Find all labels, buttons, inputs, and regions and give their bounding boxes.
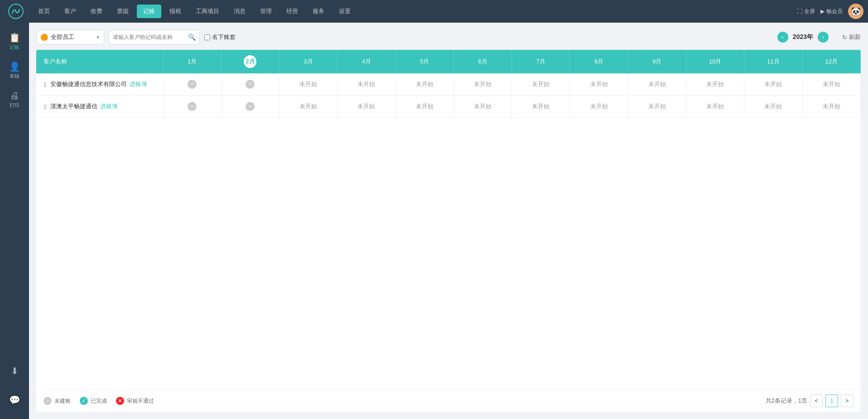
next-page-button[interactable]: > [841, 395, 854, 407]
employee-select-label: 全部员工 [51, 33, 93, 41]
nav-tax[interactable]: 报税 [163, 5, 188, 18]
cell-month-0-3: 未开始 [338, 73, 395, 96]
download-icon: ⬇ [11, 366, 19, 376]
cell-month-1-4: 未开始 [395, 96, 453, 118]
cell-month-0-1[interactable]: − [221, 73, 279, 96]
vip-icon: ▶ [820, 8, 825, 14]
pagination: 共2条记录，1页 < 1 > [766, 395, 854, 407]
cell-month-0-7: 未开始 [570, 73, 628, 96]
refresh-label: 刷新 [849, 33, 861, 41]
avatar[interactable]: 🐼 [848, 4, 863, 19]
cell-month-1-6: 未开始 [512, 96, 570, 118]
cell-month-1-11: 未开始 [802, 96, 860, 118]
th-month-7[interactable]: 7月 [512, 50, 570, 73]
employee-select[interactable]: 🟠 全部员工 ▼ [36, 30, 104, 44]
nav-message[interactable]: 消息 [227, 5, 252, 18]
legend-gray-dot: − [43, 397, 52, 405]
th-month-11[interactable]: 11月 [744, 50, 802, 73]
client-link-1[interactable]: 进账簿 [100, 102, 118, 111]
cell-month-0-0[interactable]: − [163, 73, 221, 96]
sidebar-item-download[interactable]: ⬇ [0, 356, 29, 385]
table-body: 1 安徽畅捷通信息技术有限公司 进账簿 −−未开始未开始未开始未开始未开始未开始… [36, 73, 861, 118]
month-1-label: 1月 [188, 58, 197, 65]
nav-fee[interactable]: 收费 [84, 5, 109, 18]
nav-service[interactable]: 服务 [306, 5, 331, 18]
th-month-10[interactable]: 10月 [686, 50, 744, 73]
sidebar-bookkeeping-label: 记账 [10, 44, 19, 51]
year-prev-button[interactable]: ‹ [777, 32, 788, 43]
nav-invoice[interactable]: 票据 [111, 5, 135, 18]
th-month-6[interactable]: 6月 [453, 50, 511, 73]
legend-not-built: − 未建账 [43, 397, 71, 405]
fullscreen-icon: ⛶ [797, 8, 802, 14]
client-num-0: 1 [43, 81, 47, 88]
year-nav: ‹ 2023年 › [777, 32, 829, 43]
sidebar-item-chat[interactable]: 💬 [0, 385, 29, 414]
dash-icon: − [188, 102, 197, 111]
legend-teal-dot: ✓ [80, 397, 88, 405]
table-row: 1 安徽畅捷通信息技术有限公司 进账簿 −−未开始未开始未开始未开始未开始未开始… [36, 73, 861, 96]
th-month-1[interactable]: 1月 [163, 50, 221, 73]
cell-month-0-6: 未开始 [512, 73, 570, 96]
nav-settings[interactable]: 设置 [333, 5, 357, 18]
search-input[interactable] [113, 34, 185, 40]
month-2-label: 2月 [244, 55, 256, 68]
refresh-icon: ↻ [842, 34, 847, 41]
print-icon: 🖨 [10, 91, 19, 100]
year-next-button[interactable]: › [818, 32, 829, 43]
year-display: 2023年 [793, 33, 813, 41]
th-month-5[interactable]: 5月 [395, 50, 453, 73]
client-link-0[interactable]: 进账簿 [130, 80, 147, 88]
table-wrap: 客户名称 1月 2月 3月 4月 5月 6月 7月 8月 9月 10月 11月 [36, 50, 861, 412]
minus-icon: − [46, 398, 49, 404]
cell-month-1-9: 未开始 [686, 96, 744, 118]
client-name-text-1: 漠澳太平畅捷通信 [50, 102, 97, 111]
cell-month-0-5: 未开始 [453, 73, 511, 96]
cell-month-1-1[interactable]: − [221, 96, 279, 118]
chat-icon: 💬 [9, 395, 20, 405]
cell-month-1-2: 未开始 [280, 96, 338, 118]
cell-month-1-7: 未开始 [570, 96, 628, 118]
nav-operation[interactable]: 经营 [280, 5, 304, 18]
current-page-button[interactable]: 1 [825, 395, 838, 407]
nav-client[interactable]: 客户 [58, 5, 82, 18]
cell-month-0-4: 未开始 [395, 73, 453, 96]
nav-business[interactable]: 工商项目 [189, 5, 226, 18]
legend-rejected: ✕ 审核不通过 [116, 397, 154, 405]
refresh-button[interactable]: ↻ 刷新 [842, 33, 861, 41]
legend-completed-label: 已完成 [91, 397, 107, 405]
vip-button[interactable]: ▶ 畅会员 [820, 8, 843, 15]
cell-month-0-8: 未开始 [628, 73, 686, 96]
th-month-2[interactable]: 2月 [221, 50, 279, 73]
sidebar-item-audit[interactable]: 👤 审核 [0, 56, 29, 85]
data-table: 客户名称 1月 2月 3月 4月 5月 6月 7月 8月 9月 10月 11月 [36, 50, 861, 118]
cell-month-0-9: 未开始 [686, 73, 744, 96]
search-input-wrap: 🔍 [109, 30, 200, 44]
fullscreen-button[interactable]: ⛶ 全屏 [797, 8, 815, 15]
cell-month-1-5: 未开始 [453, 96, 511, 118]
sidebar-item-bookkeeping[interactable]: 📋 记账 [0, 27, 29, 56]
th-month-3[interactable]: 3月 [280, 50, 338, 73]
sidebar-item-print[interactable]: 🖨 打印 [0, 85, 29, 114]
nav-bookkeeping[interactable]: 记账 [137, 5, 161, 18]
my-accounts-label: 名下账套 [212, 33, 236, 41]
nav-items: 首页 客户 收费 票据 记账 报税 工商项目 消息 管理 经营 服务 设置 [32, 5, 797, 18]
cell-month-1-0[interactable]: − [163, 96, 221, 118]
th-month-12[interactable]: 12月 [802, 50, 860, 73]
nav-manage[interactable]: 管理 [254, 5, 278, 18]
nav-home[interactable]: 首页 [32, 5, 56, 18]
nav-right: ⛶ 全屏 ▶ 畅会员 🐼 [797, 4, 863, 19]
th-customer: 客户名称 [36, 50, 163, 73]
prev-page-button[interactable]: < [810, 395, 823, 407]
sidebar: 📋 记账 👤 审核 🖨 打印 ⬇ 💬 [0, 23, 29, 419]
main-layout: 📋 记账 👤 审核 🖨 打印 ⬇ 💬 🟠 全部员工 ▼ [0, 23, 868, 419]
th-month-4[interactable]: 4月 [338, 50, 395, 73]
dash-icon: − [246, 102, 255, 111]
search-button[interactable]: 🔍 [188, 34, 196, 41]
cell-month-0-10: 未开始 [744, 73, 802, 96]
th-month-8[interactable]: 8月 [570, 50, 628, 73]
cell-month-0-2: 未开始 [280, 73, 338, 96]
my-accounts-checkbox-label[interactable]: 名下账套 [204, 33, 236, 41]
my-accounts-checkbox[interactable] [204, 34, 210, 40]
th-month-9[interactable]: 9月 [628, 50, 686, 73]
